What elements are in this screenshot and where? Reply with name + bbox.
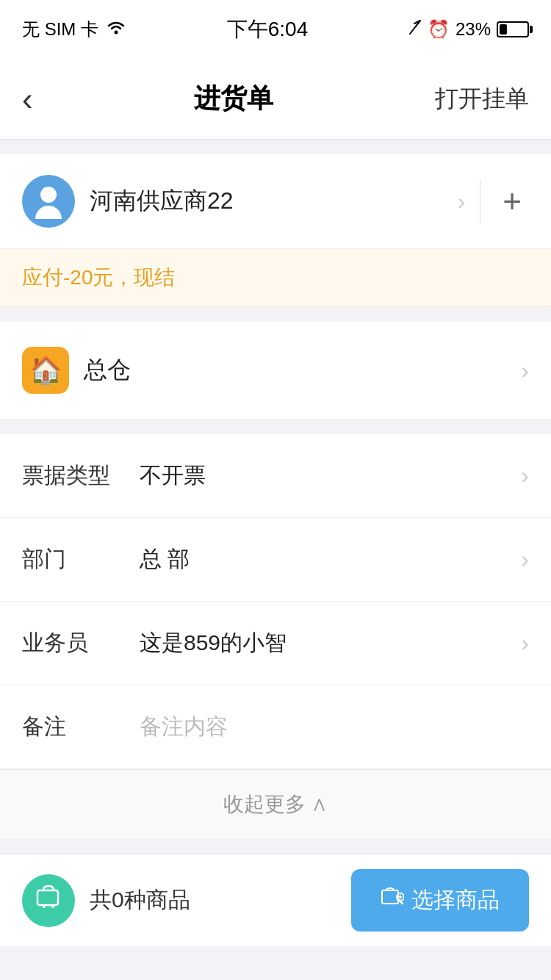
salesperson-row[interactable]: 业务员 这是859的小智 ›	[0, 602, 551, 685]
page-title: 进货单	[194, 81, 273, 117]
supplier-name: 河南供应商22	[90, 185, 458, 217]
department-label: 部门	[22, 544, 125, 574]
select-goods-button[interactable]: 选择商品	[351, 869, 529, 932]
notice-text: 应付-20元，现结	[22, 266, 175, 289]
invoice-type-value: 不开票	[125, 461, 521, 491]
invoice-type-row[interactable]: 票据类型 不开票 ›	[0, 434, 551, 518]
svg-rect-4	[382, 890, 398, 904]
warehouse-row[interactable]: 🏠 总仓 ›	[0, 322, 551, 419]
add-supplier-button[interactable]: +	[495, 183, 529, 220]
bottom-empty-area	[0, 946, 551, 980]
alarm-icon: ⏰	[428, 19, 450, 40]
location-icon	[408, 19, 422, 40]
status-right: ⏰ 23%	[408, 19, 529, 40]
mid-divider-2	[0, 419, 551, 434]
supplier-section: 河南供应商22 › + 应付-20元，现结	[0, 154, 551, 307]
nav-bar: ‹ 进货单 打开挂单	[0, 59, 551, 140]
invoice-type-chevron-icon: ›	[521, 462, 529, 489]
warehouse-section: 🏠 总仓 ›	[0, 322, 551, 419]
collapse-label: 收起更多 ∧	[223, 790, 328, 818]
salesperson-value: 这是859的小智	[125, 628, 521, 658]
cart-icon	[35, 883, 62, 918]
back-button[interactable]: ‹	[22, 83, 33, 115]
product-count-label: 共0种商品	[90, 885, 351, 915]
status-bar: 无 SIM 卡 下午6:04 ⏰ 23%	[0, 0, 551, 59]
svg-point-2	[43, 905, 46, 908]
notice-banner: 应付-20元，现结	[0, 249, 551, 307]
department-row[interactable]: 部门 总 部 ›	[0, 518, 551, 602]
supplier-avatar	[22, 175, 75, 228]
svg-point-3	[51, 905, 54, 908]
select-goods-label: 选择商品	[411, 885, 500, 915]
form-section: 票据类型 不开票 › 部门 总 部 › 业务员 这是859的小智 › 备注 备注…	[0, 434, 551, 839]
warehouse-icon: 🏠	[29, 355, 62, 386]
remarks-label: 备注	[22, 712, 125, 742]
supplier-row[interactable]: 河南供应商22 › +	[0, 154, 551, 249]
department-chevron-icon: ›	[521, 546, 529, 573]
battery-icon	[497, 21, 529, 37]
mid-divider-1	[0, 307, 551, 322]
select-goods-icon	[381, 887, 404, 913]
remarks-value: 备注内容	[125, 712, 529, 742]
status-time: 下午6:04	[227, 15, 309, 43]
salesperson-label: 业务员	[22, 628, 125, 658]
avatar-icon	[34, 187, 63, 216]
footer-bar: 共0种商品 选择商品	[0, 854, 551, 946]
warehouse-icon-bg: 🏠	[22, 347, 69, 394]
remarks-row[interactable]: 备注 备注内容	[0, 685, 551, 769]
cart-icon-bg	[22, 874, 75, 927]
status-left: 无 SIM 卡	[22, 18, 126, 41]
warehouse-chevron-icon: ›	[521, 357, 529, 384]
wifi-icon	[106, 19, 126, 40]
open-pending-button[interactable]: 打开挂单	[435, 83, 529, 115]
invoice-type-label: 票据类型	[22, 461, 125, 491]
svg-rect-1	[37, 890, 58, 905]
collapse-row[interactable]: 收起更多 ∧	[0, 769, 551, 839]
no-sim-text: 无 SIM 卡	[22, 18, 98, 41]
top-divider	[0, 140, 551, 154]
salesperson-chevron-icon: ›	[521, 630, 529, 657]
battery-percent: 23%	[455, 19, 491, 40]
svg-point-0	[115, 31, 118, 35]
vertical-divider	[480, 179, 480, 223]
warehouse-label: 总仓	[84, 354, 521, 386]
supplier-chevron-icon: ›	[458, 188, 466, 215]
department-value: 总 部	[125, 544, 521, 574]
bottom-divider	[0, 839, 551, 854]
